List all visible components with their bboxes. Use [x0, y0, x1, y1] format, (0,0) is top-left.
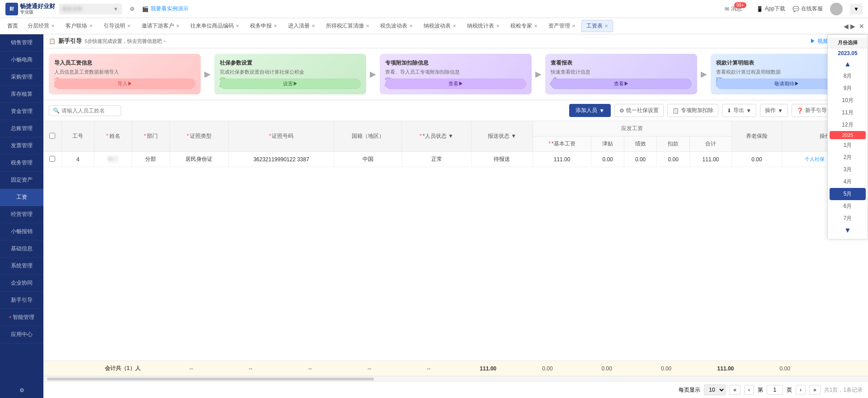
- month-item-11[interactable]: 11月: [828, 107, 868, 119]
- close-tab-纳税波动表[interactable]: ✕: [453, 23, 456, 28]
- month-item-1[interactable]: 1月: [828, 139, 868, 151]
- month-item-3[interactable]: 3月: [828, 164, 868, 176]
- close-tab-客户联络[interactable]: ✕: [89, 23, 93, 28]
- search-input[interactable]: [61, 108, 117, 114]
- tab-往来单位商品编码[interactable]: 往来单位商品编码 ✕: [185, 20, 244, 32]
- export-button[interactable]: ⬇ 导出 ▼: [722, 104, 756, 117]
- demo-button[interactable]: 🎬 我要看实例演示: [142, 5, 189, 13]
- unified-settings-button[interactable]: ⚙ 统一社保设置: [614, 104, 664, 117]
- settings-icon[interactable]: ⚙: [126, 3, 138, 15]
- sidebar-item-guide[interactable]: 新手引导: [0, 292, 43, 309]
- sidebar-item-smart[interactable]: ● 智能管理: [0, 309, 43, 326]
- sidebar-item-apps[interactable]: 应用中心: [0, 326, 43, 343]
- tab-进入清册[interactable]: 进入清册 ✕: [283, 20, 320, 32]
- operation-button[interactable]: 操作 ▼: [760, 104, 788, 117]
- close-tab-纳税统计表[interactable]: ✕: [496, 23, 500, 28]
- tab-分层经营[interactable]: 分层经营 ✕: [23, 20, 60, 32]
- month-nav-down[interactable]: ▼: [828, 225, 868, 236]
- video-link[interactable]: ▶ 视频: [810, 37, 828, 45]
- close-tab-邀请下游客户[interactable]: ✕: [176, 23, 179, 28]
- per-page-select[interactable]: 10 20 50: [704, 384, 726, 395]
- next-page-button[interactable]: ›: [796, 385, 806, 395]
- horizontal-scrollbar-thumb[interactable]: [47, 378, 374, 380]
- close-tab-往来单位商品编码[interactable]: ✕: [236, 23, 239, 28]
- step-3-btn[interactable]: 查看▶: [385, 79, 526, 89]
- sidebar-item-purchase[interactable]: 采购管理: [0, 69, 43, 86]
- tab-所得税汇算清缴[interactable]: 所得税汇算清缴 ✕: [321, 20, 374, 32]
- special-deduct-button[interactable]: 📋 专项附加扣除: [667, 104, 718, 117]
- search-box[interactable]: 🔍: [49, 105, 121, 116]
- close-tab-进入清册[interactable]: ✕: [311, 23, 315, 28]
- per-page-label: 每页显示: [679, 386, 700, 394]
- row-select-checkbox[interactable]: [49, 156, 55, 162]
- new-guide-button[interactable]: ❓ 新手引导: [792, 104, 832, 117]
- close-tab-税务申报[interactable]: ✕: [274, 23, 277, 28]
- tab-资产管理[interactable]: 资产管理 ✕: [543, 20, 580, 32]
- sidebar-item-assets[interactable]: 固定资产: [0, 172, 43, 189]
- sidebar-item-sales[interactable]: 销售管理: [0, 34, 43, 52]
- sidebar-item-report[interactable]: 小畅报销: [0, 223, 43, 240]
- tab-纳税统计表[interactable]: 纳税统计表 ✕: [462, 20, 505, 32]
- tab-税检专家[interactable]: 税检专家 ✕: [505, 20, 542, 32]
- tab-home[interactable]: 首页: [4, 20, 22, 32]
- tab-邀请下游客户[interactable]: 邀请下游客户 ✕: [137, 20, 184, 32]
- tab-纳税波动表[interactable]: 纳税波动表 ✕: [419, 20, 461, 32]
- month-item-8[interactable]: 8月: [828, 70, 868, 82]
- filter-icon-report[interactable]: ▼: [511, 133, 516, 139]
- filter-icon-status[interactable]: ▼: [448, 133, 453, 139]
- last-page-button[interactable]: »: [809, 385, 821, 395]
- tabs-close-all[interactable]: ✕: [859, 23, 864, 30]
- sidebar-item-basic[interactable]: 基础信息: [0, 240, 43, 258]
- month-item-5-active[interactable]: 5月: [830, 188, 866, 200]
- online-service-button[interactable]: 💬 在线客服: [793, 5, 823, 13]
- close-tab-引导说明[interactable]: ✕: [127, 23, 131, 28]
- close-tab-税检专家[interactable]: ✕: [534, 23, 538, 28]
- sidebar-item-collab[interactable]: 企业协同: [0, 275, 43, 292]
- close-tab-税负波动表[interactable]: ✕: [409, 23, 413, 28]
- tab-引导说明[interactable]: 引导说明 ✕: [99, 20, 136, 32]
- first-page-button[interactable]: «: [729, 385, 741, 395]
- tabs-nav-prev[interactable]: ◀: [844, 23, 849, 30]
- step-2-btn[interactable]: 设置▶: [220, 79, 361, 89]
- select-all-checkbox[interactable]: [49, 133, 55, 139]
- sidebar-item-sys[interactable]: 系统管理: [0, 258, 43, 275]
- step-1-btn[interactable]: 导入▶: [54, 79, 195, 89]
- close-tab-分层经营[interactable]: ✕: [51, 23, 55, 28]
- tab-客户联络[interactable]: 客户联络 ✕: [61, 20, 98, 32]
- close-tab-工资表[interactable]: ✕: [604, 23, 608, 28]
- user-menu-button[interactable]: ▼: [850, 4, 863, 14]
- account-selector[interactable]: 账套名称 ▼: [59, 4, 122, 14]
- step-4-btn[interactable]: 查看▶: [551, 79, 692, 89]
- current-page-input[interactable]: [767, 385, 783, 395]
- sidebar-item-invoice[interactable]: 发票管理: [0, 137, 43, 155]
- user-avatar[interactable]: [830, 3, 843, 15]
- sidebar-item-payroll[interactable]: 工资: [0, 189, 43, 206]
- sidebar-settings-button[interactable]: ⚙: [0, 383, 43, 398]
- month-nav-up[interactable]: ▲: [828, 58, 868, 70]
- month-item-4[interactable]: 4月: [828, 176, 868, 188]
- sidebar-item-inventory[interactable]: 库存核算: [0, 86, 43, 103]
- close-tab-所得税[interactable]: ✕: [366, 23, 369, 28]
- app-download-button[interactable]: 📱 App下载: [756, 5, 785, 13]
- sidebar-item-ledger[interactable]: 总账管理: [0, 120, 43, 137]
- month-item-10[interactable]: 10月: [828, 94, 868, 107]
- tab-税务申报[interactable]: 税务申报 ✕: [245, 20, 282, 32]
- month-item-12[interactable]: 12月: [828, 119, 868, 131]
- month-item-7[interactable]: 7月: [828, 212, 868, 225]
- tab-税负波动表[interactable]: 税负波动表 ✕: [375, 20, 418, 32]
- page-prefix: 第: [758, 386, 763, 394]
- sidebar-item-finance[interactable]: 资金管理: [0, 103, 43, 120]
- action-personal-insurance[interactable]: 个人社保: [805, 156, 825, 162]
- message-button[interactable]: ✉ 消息 99+: [725, 5, 742, 13]
- month-item-2[interactable]: 2月: [828, 151, 868, 164]
- prev-page-button[interactable]: ‹: [744, 385, 754, 395]
- month-item-6[interactable]: 6月: [828, 200, 868, 212]
- add-person-button[interactable]: 添加人员 ▼: [569, 104, 611, 117]
- close-tab-资产管理[interactable]: ✕: [572, 23, 576, 28]
- sidebar-item-ecom[interactable]: 小畅电商: [0, 52, 43, 69]
- sidebar-item-ops[interactable]: 经营管理: [0, 206, 43, 223]
- month-item-9[interactable]: 9月: [828, 82, 868, 94]
- sidebar-item-tax[interactable]: 税务管理: [0, 155, 43, 172]
- tab-工资表[interactable]: 工资表 ✕: [581, 20, 613, 32]
- tabs-nav-next[interactable]: ▶: [850, 23, 855, 30]
